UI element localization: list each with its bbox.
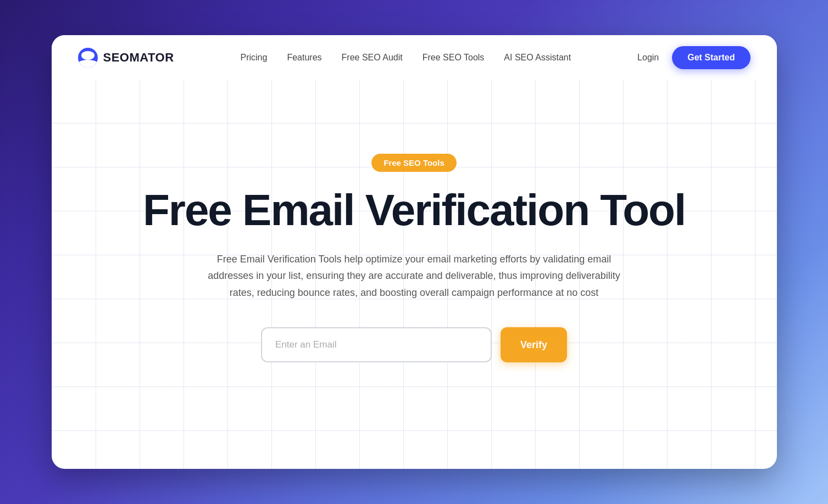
email-form: Verify (261, 327, 567, 362)
nav-link-ai-seo-assistant[interactable]: AI SEO Assistant (504, 53, 571, 63)
main-card: SEOMATOR Pricing Features Free SEO Audit… (52, 35, 777, 469)
hero-description: Free Email Verification Tools help optim… (200, 251, 629, 301)
logo-area: SEOMATOR (78, 48, 174, 68)
hero-section: Free SEO Tools Free Email Verification T… (52, 80, 777, 469)
login-button[interactable]: Login (637, 53, 659, 63)
hero-title: Free Email Verification Tool (143, 187, 685, 233)
nav-actions: Login Get Started (637, 46, 750, 69)
nav-links: Pricing Features Free SEO Audit Free SEO… (241, 53, 571, 63)
get-started-button[interactable]: Get Started (672, 46, 750, 69)
nav-link-pricing[interactable]: Pricing (241, 53, 268, 63)
logo-icon (78, 48, 98, 68)
verify-button[interactable]: Verify (501, 327, 567, 362)
navbar: SEOMATOR Pricing Features Free SEO Audit… (52, 35, 777, 80)
nav-link-free-seo-audit[interactable]: Free SEO Audit (342, 53, 403, 63)
email-input[interactable] (261, 327, 492, 362)
nav-link-features[interactable]: Features (287, 53, 321, 63)
nav-link-free-seo-tools[interactable]: Free SEO Tools (423, 53, 485, 63)
logo-text: SEOMATOR (103, 51, 174, 65)
hero-badge: Free SEO Tools (371, 154, 457, 172)
